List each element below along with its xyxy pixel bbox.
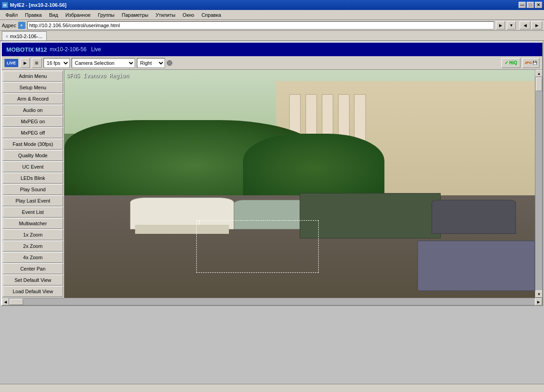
save-icon: 💾 — [533, 61, 537, 65]
title-bar: IE MyIE2 - [mx10-2-106-56] — □ ✕ — [0, 0, 544, 10]
address-bar: Адрес e ▶ ▼ ◀ ▶ — [0, 20, 544, 31]
sidebar-1x-zoom[interactable]: 1x Zoom — [3, 229, 63, 240]
sidebar-load-default-view[interactable]: Load Default View — [3, 286, 63, 297]
window-title: MyIE2 - [mx10-2-106-56] — [10, 2, 67, 8]
scroll-down-button[interactable]: ▼ — [535, 290, 542, 298]
menu-file[interactable]: Файл — [2, 11, 21, 19]
scroll-left-button[interactable]: ◀ — [2, 298, 9, 305]
sidebar-mxpeg-on[interactable]: MxPEG on — [3, 116, 63, 127]
scroll-track-right — [535, 77, 542, 290]
camera-image: UFNS Ivanovo Region 3 — [64, 70, 535, 298]
maximize-button[interactable]: □ — [527, 2, 534, 8]
menu-groups[interactable]: Группы — [94, 11, 118, 19]
grid-button[interactable]: ⊞ — [32, 58, 42, 68]
scroll-track-bottom — [9, 298, 535, 305]
ie-tab-icon: e — [6, 34, 8, 39]
menu-edit[interactable]: Правка — [21, 11, 45, 19]
car-bottom-right — [418, 241, 535, 291]
menu-bar: Файл Правка Вид Избранное Группы Парамет… — [0, 10, 544, 20]
sidebar-multiwatcher[interactable]: Multiwatcher — [3, 218, 63, 229]
camera-app: MOBOTIX M12 mx10-2-106-56 Live LIVE ▶ ⊞ … — [1, 42, 543, 306]
close-button[interactable]: ✕ — [535, 2, 542, 8]
fps-select[interactable]: 16 fps 1 fps 2 fps 4 fps 8 fps 32 fps — [44, 58, 70, 68]
address-input[interactable] — [27, 21, 495, 29]
direction-select[interactable]: Right Left Both — [137, 58, 165, 68]
bus-dark — [300, 193, 441, 239]
menu-help[interactable]: Справка — [198, 11, 224, 19]
menu-params[interactable]: Параметры — [118, 11, 152, 19]
sidebar-4x-zoom[interactable]: 4x Zoom — [3, 252, 63, 263]
menu-utils[interactable]: Утилиты — [152, 11, 179, 19]
column — [354, 94, 366, 144]
tab-bar: e mx10-2-106-... — [0, 31, 544, 41]
host-label: mx10-2-106-56 Live — [50, 46, 101, 53]
jpg-label: JPG — [525, 61, 532, 65]
car-dark — [432, 200, 516, 234]
scrollbar-right: ▲ ▼ — [535, 70, 542, 298]
main-content: Admin Menu Setup Menu Arm & Record Audio… — [2, 70, 542, 298]
live-badge: LIVE — [5, 59, 18, 67]
trees-layer-2 — [243, 134, 384, 202]
sidebar-center-pan[interactable]: Center Pan — [3, 263, 63, 274]
car-white-body — [135, 225, 229, 234]
menu-window[interactable]: Окно — [179, 11, 198, 19]
jpg-save-button[interactable]: JPG 💾 — [522, 58, 539, 68]
hiq-button[interactable]: HiQ — [501, 58, 520, 68]
scroll-thumb-bottom[interactable] — [10, 299, 23, 305]
brand-label: MOBOTIX M12 — [6, 46, 47, 53]
camera-view: UFNS Ivanovo Region 3 — [64, 70, 535, 298]
address-dropdown-button[interactable]: ▼ — [507, 21, 516, 29]
address-go-button[interactable]: ▶ — [496, 21, 505, 29]
sidebar-mxpeg-off[interactable]: MxPEG off — [3, 127, 63, 138]
sidebar-setup-menu[interactable]: Setup Menu — [3, 82, 63, 93]
address-label: Адрес — [2, 23, 16, 28]
scroll-up-button[interactable]: ▲ — [535, 70, 542, 77]
tab-label: mx10-2-106-... — [10, 34, 43, 39]
sidebar-quality-mode[interactable]: Quality Mode — [3, 150, 63, 161]
sidebar-play-last-event[interactable]: Play Last Event — [3, 195, 63, 206]
sidebar-2x-zoom[interactable]: 2x Zoom — [3, 241, 63, 252]
app-header: MOBOTIX M12 mx10-2-106-56 Live — [2, 43, 542, 56]
scroll-thumb-right[interactable] — [536, 77, 542, 91]
sidebar-leds-blink[interactable]: LEDs Blink — [3, 173, 63, 184]
sidebar-event-list[interactable]: Event List — [3, 207, 63, 218]
sidebar-arm-record[interactable]: Arm & Record — [3, 93, 63, 104]
sidebar-set-default-view[interactable]: Set Default View — [3, 275, 63, 286]
sidebar-audio-on[interactable]: Audio on — [3, 105, 63, 116]
address-icon: e — [18, 22, 25, 29]
sidebar-play-sound[interactable]: Play Sound — [3, 184, 63, 195]
menu-favorites[interactable]: Избранное — [62, 11, 94, 19]
sidebar: Admin Menu Setup Menu Arm & Record Audio… — [2, 70, 64, 298]
sidebar-fast-mode[interactable]: Fast Mode (30fps) — [3, 139, 63, 150]
scroll-right-button[interactable]: ▶ — [535, 298, 542, 305]
menu-view[interactable]: Вид — [45, 11, 62, 19]
minimize-button[interactable]: — — [519, 2, 526, 8]
camera-select[interactable]: Camera Selection Left Right Both — [72, 58, 135, 68]
app-icon: IE — [2, 2, 8, 8]
status-bar — [0, 384, 544, 392]
config-dot[interactable] — [167, 60, 172, 66]
ie-logo-text: e — [20, 23, 22, 27]
nav-back-button[interactable]: ◀ — [520, 21, 530, 29]
browser-tab-main[interactable]: e mx10-2-106-... — [2, 31, 47, 40]
toolbar: LIVE ▶ ⊞ 16 fps 1 fps 2 fps 4 fps 8 fps … — [2, 56, 542, 70]
sidebar-uc-event[interactable]: UC Event — [3, 161, 63, 172]
sidebar-admin-menu[interactable]: Admin Menu — [3, 71, 63, 82]
scrollbar-bottom: ◀ ▶ — [2, 298, 542, 305]
nav-forward-button[interactable]: ▶ — [531, 21, 542, 29]
play-button[interactable]: ▶ — [20, 58, 30, 68]
